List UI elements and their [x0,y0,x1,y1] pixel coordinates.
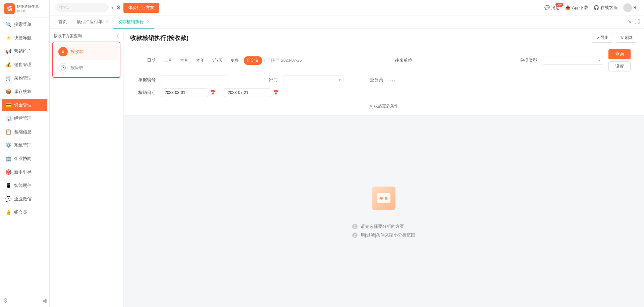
sidebar-item-wechat[interactable]: 💬 企业微信 [0,192,49,206]
sidebar-item-label: 资金管理 [14,102,32,108]
partner-more-icon[interactable]: ··· [418,56,427,65]
verify-date-start-input[interactable] [161,88,208,97]
message-button[interactable]: 💬 消息 99+ [544,5,560,11]
empty-illustration [367,183,400,217]
clipboard-icon: 📋 [5,129,11,135]
empty-tips: 1 请先选择要分析的方案 2 用[过滤]条件来缩小分析范围 [352,222,416,240]
tab-close-prepay-icon[interactable]: ✕ [105,19,108,24]
department-select-wrapper [283,75,343,84]
employee-more-icon[interactable]: ··· [388,76,397,84]
collapse-label: 收起更多条件 [374,103,398,109]
export-button[interactable]: ↗ 导出 [592,33,613,43]
filter-by-receipt[interactable]: ¥ 按收款 [54,44,118,60]
building-icon: 🏢 [5,156,11,162]
logo-text: 畅捷通好生意 [17,4,39,9]
online-service-button[interactable]: 🎧 在线客服 [594,5,618,11]
department-filter-label: 部门 [259,77,278,83]
robot-eye-right [385,197,387,200]
search-icon: 🔍 [5,21,11,28]
tab-controls: ✕ ⛶ [628,19,640,25]
app-download-button[interactable]: 📥 App下载 [565,5,588,11]
sidebar-item-label: 基础信息 [14,129,32,135]
verify-date-end-input[interactable] [224,88,271,97]
this-month-btn[interactable]: 本月 [177,56,191,65]
calendar-start-icon[interactable]: 📅 [210,90,216,95]
sidebar-item-marketing[interactable]: 📢 营销推广 [0,45,49,58]
close-tab-icon[interactable]: ✕ [628,19,632,25]
sidebar-item-guide[interactable]: 🎯 新手引导 [0,165,49,179]
date-options-group: 上月 本月 本年 近7天 更多 自定义 | 不限 至 2023-07-26 [161,56,302,65]
sidebar-item-enterprise[interactable]: 🏢 企业协同 [0,152,49,165]
this-year-btn[interactable]: 本年 [193,56,207,65]
money-icon: 💰 [5,62,11,68]
message-badge: 99+ [555,3,563,7]
receivable-icon: 🕐 [58,63,68,72]
header-right: 💬 消息 99+ 📥 App下载 🎧 在线客服 Rit [544,3,639,12]
settings-footer-icon[interactable]: ⚙ [3,297,8,304]
sidebar-item-sales[interactable]: 💰 销售管理 [0,58,49,71]
header-left: 搜索... ▾ ⚙ 体验行业方案 [55,3,159,13]
custom-date-btn[interactable]: 自定义 [244,56,262,65]
settings-icon[interactable]: ⚙ [116,4,121,11]
last-month-btn[interactable]: 上月 [161,56,175,65]
card-icon: 💳 [5,102,11,108]
online-service-label: 在线客服 [600,5,618,11]
panel-title: 按以下方案查询 [54,33,82,39]
filter-row-date: 日期 上月 本月 本年 近7天 更多 自定义 | 不限 至 2023-07-26 [137,49,631,71]
tab-close-receipts-icon[interactable]: ✕ [147,19,150,24]
chevron-down-icon[interactable]: ▾ [111,5,113,10]
doctype-select-wrapper [543,56,603,65]
sidebar-item-inventory[interactable]: 📦 库存核算 [0,85,49,98]
sidebar: 畅 畅捷通好生意 标准版 🔍 搜索菜单 ⚡ 快捷导航 📢 营销推广 💰 销售管理… [0,0,50,307]
sidebar-item-quick-nav[interactable]: ⚡ 快捷导航 [0,31,49,45]
doctype-select[interactable] [543,56,603,65]
sidebar-item-operations[interactable]: 📊 经营管理 [0,112,49,125]
partner-filter-label: 往来单位 [393,57,412,63]
right-content: 收款核销执行(按收款) ↗ 导出 ↻ 刷新 [123,29,644,307]
tab-prepay[interactable]: 预付冲应付单 ✕ [72,15,113,29]
header-search-box[interactable]: 搜索... [55,3,109,12]
sidebar-item-label: 新手引导 [14,169,32,175]
collapse-more-btn[interactable]: ⋀ 收起更多条件 [137,101,631,111]
calendar-end-icon[interactable]: 📅 [273,90,279,95]
tab-home[interactable]: 首页 [54,15,72,29]
sidebar-item-label: 采购管理 [14,75,32,81]
chart-icon: 📊 [5,115,11,121]
chat-icon: 💬 [5,196,11,202]
sidebar-item-label: 智能硬件 [14,183,32,189]
sidebar-item-system[interactable]: ⚙️ 系统管理 [0,139,49,152]
tab-home-label: 首页 [58,19,67,25]
department-select[interactable] [283,75,343,84]
sidebar-item-purchase[interactable]: 🛒 采购管理 [0,71,49,85]
page-title: 收款核销执行(按收款) [130,34,189,42]
panel-collapse-icon[interactable]: 《 [114,33,119,39]
user-profile-button[interactable]: Rit [623,3,639,12]
left-panel: 按以下方案查询 《 ¥ 按收款 🕐 按应收 [50,29,123,307]
expand-icon[interactable]: ⛶ [635,19,640,25]
tab-receipts-label: 收款核销执行 [118,19,144,25]
settings-button[interactable]: 设置 [608,61,631,71]
sidebar-item-hardware[interactable]: 📱 智能硬件 [0,179,49,192]
member-icon: ✌ [5,209,11,215]
solution-button[interactable]: 体验行业方案 [123,3,159,13]
app-logo: 畅 畅捷通好生意 标准版 [0,0,49,18]
tab-receipts[interactable]: 收款核销执行 ✕ [113,15,154,29]
message-icon: 💬 [544,5,550,10]
sidebar-item-finance[interactable]: 💳 资金管理 [2,99,47,111]
content-area: 按以下方案查询 《 ¥ 按收款 🕐 按应收 收款核销执行(按收款) [50,29,644,307]
filter-by-receivable[interactable]: 🕐 按应收 [54,60,118,76]
sidebar-item-basic-info[interactable]: 📋 基础信息 [0,125,49,139]
query-button[interactable]: 查询 [608,49,631,59]
date-filter-label: 日期 [137,57,156,63]
filter-row-verify-date: 核销日期 📅 — 📅 [137,88,631,97]
docnum-input[interactable] [161,75,228,84]
more-date-btn[interactable]: 更多 [228,56,242,65]
collapse-sidebar-icon[interactable]: ◀ [42,297,47,304]
receipt-icon: ¥ [58,47,68,56]
box-icon: 📦 [5,89,11,95]
refresh-button[interactable]: ↻ 刷新 [616,33,637,43]
sidebar-item-member[interactable]: ✌ 畅会员 [0,206,49,219]
last-7days-btn[interactable]: 近7天 [209,56,226,65]
filter-buttons: 查询 设置 [608,49,631,71]
sidebar-item-search[interactable]: 🔍 搜索菜单 [0,18,49,31]
